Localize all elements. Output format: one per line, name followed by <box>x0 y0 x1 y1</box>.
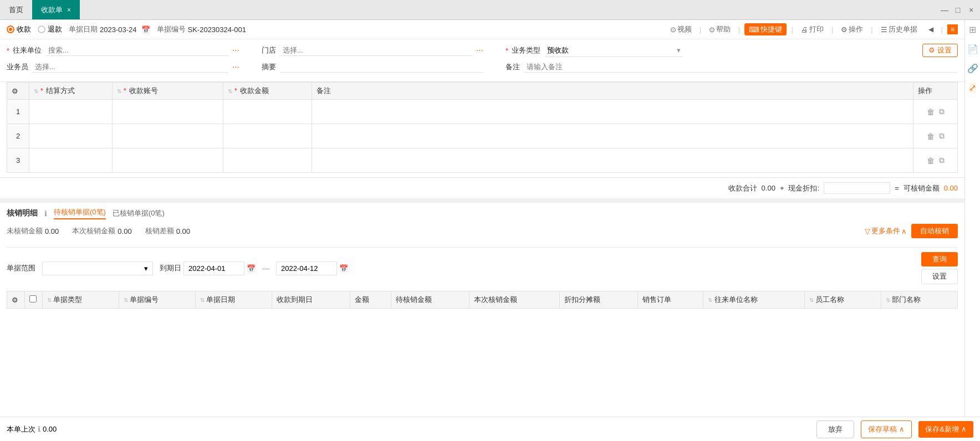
sidebar-expand-icon[interactable]: ⤢ <box>969 83 976 93</box>
tab-receipt[interactable]: 收款单 × <box>32 0 80 19</box>
operation-icon: ⚙ <box>841 25 848 34</box>
row-remark-3[interactable] <box>312 148 913 173</box>
copy-icon-2[interactable]: ⧉ <box>939 131 945 141</box>
chevron-icon: ∧ <box>901 227 907 235</box>
receipt-radio-dot <box>7 25 14 33</box>
available-label: 可核销金额 <box>904 183 940 193</box>
col-settings-icon[interactable]: ⚙ <box>7 83 29 100</box>
delete-icon-1[interactable]: 🗑 <box>927 107 935 116</box>
discount-input[interactable] <box>824 182 890 194</box>
col-staff-name: ⇅ 员工名称 <box>804 291 881 309</box>
prev-icon[interactable]: ◀ <box>925 24 937 34</box>
calendar-icon[interactable]: 📅 <box>141 25 150 34</box>
remark-input[interactable] <box>524 61 958 73</box>
col-sales-order: 销售订单 <box>637 291 703 309</box>
biz-type-value: 预收款 <box>547 45 569 55</box>
set-btn[interactable]: 设置 <box>921 269 958 284</box>
minimize-btn[interactable]: — <box>940 6 949 14</box>
table-row: 3 🗑 ⧉ <box>7 148 958 173</box>
sidebar-table-icon[interactable]: ⊞ <box>969 24 976 35</box>
doc-range-select[interactable]: ▾ <box>42 261 153 275</box>
filter-icon: ▽ <box>865 227 870 235</box>
table-row: 2 🗑 ⧉ <box>7 124 958 148</box>
draft-button[interactable]: 保存草稿 ∧ <box>861 421 912 438</box>
row-account-2[interactable] <box>113 124 223 148</box>
save-new-button[interactable]: 保存&新增 ∧ <box>918 421 973 438</box>
maximize-btn[interactable]: □ <box>953 6 962 14</box>
row-remark-2[interactable] <box>312 124 913 148</box>
video-btn[interactable]: ⊙ 视频 <box>667 23 695 35</box>
delete-icon-3[interactable]: 🗑 <box>927 156 935 165</box>
sidebar-link-icon[interactable]: 🔗 <box>967 63 978 74</box>
col-doc-num: ⇅ 单据编号 <box>119 291 196 309</box>
operation-btn[interactable]: ⚙ 操作 <box>838 23 866 35</box>
shop-more-btn[interactable]: ··· <box>476 45 483 55</box>
biz-type-select[interactable]: 预收款 ▾ <box>545 44 683 57</box>
discount-label: 现金折扣: <box>788 183 819 193</box>
row-amount-3[interactable] <box>223 148 312 173</box>
col-counterpart-name: ⇅ 往来单位名称 <box>703 291 805 309</box>
delete-icon-2[interactable]: 🗑 <box>927 132 935 141</box>
sidebar-doc-icon[interactable]: 📄 <box>967 44 978 54</box>
copy-icon-3[interactable]: ⧉ <box>939 156 945 165</box>
done-tab[interactable]: 已核销单据(0笔) <box>113 208 165 218</box>
staff-input[interactable] <box>33 61 228 73</box>
history-btn[interactable]: ☰ 历史单据 <box>877 23 921 35</box>
list-view-icon[interactable]: ≡ <box>947 24 958 34</box>
biz-type-arrow-icon: ▾ <box>677 46 681 54</box>
tab-close-icon[interactable]: × <box>67 6 71 14</box>
col-remark-label: 备注 <box>317 86 331 95</box>
row-remark-1[interactable] <box>312 100 913 124</box>
print-btn[interactable]: 🖨 打印 <box>798 23 827 35</box>
section-divider <box>0 198 964 203</box>
staff-more-btn[interactable]: ··· <box>232 62 239 72</box>
row-amount-2[interactable] <box>223 124 312 148</box>
counterpart-more-btn[interactable]: ··· <box>232 45 239 55</box>
filter-buttons: 查询 设置 <box>921 252 958 284</box>
refund-radio[interactable]: 退款 <box>38 24 62 34</box>
total-value: 0.00 <box>762 184 775 192</box>
verif-stats: 未核销金额 0.00 本次核销金额 0.00 核销差额 0.00 <box>7 226 190 236</box>
row-account-3[interactable] <box>113 148 223 173</box>
row-settle-1[interactable] <box>29 100 113 124</box>
counterpart-label: 往来单位 <box>13 45 42 55</box>
col-action-label: 操作 <box>918 86 932 95</box>
row-amount-1[interactable] <box>223 100 312 124</box>
close-btn[interactable]: × <box>967 6 976 14</box>
save-new-label: 保存&新增 <box>925 424 959 434</box>
row-settle-2[interactable] <box>29 124 113 148</box>
setting-button[interactable]: ⚙ 设置 <box>922 44 958 57</box>
query-btn[interactable]: 查询 <box>921 252 958 266</box>
receipt-radio[interactable]: 收款 <box>7 24 31 34</box>
discard-button[interactable]: 放弃 <box>816 421 854 438</box>
equals-sign: = <box>895 184 899 192</box>
calendar-to-icon[interactable]: 📅 <box>339 264 348 273</box>
tab-home[interactable]: 首页 <box>0 0 32 19</box>
diff-value: 0.00 <box>176 227 190 235</box>
row-account-1[interactable] <box>113 100 223 124</box>
summary-row: 收款合计 0.00 + 现金折扣: = 可核销金额 0.00 <box>0 177 964 198</box>
shop-input[interactable] <box>280 45 472 56</box>
carry-value: 0.00 <box>43 425 57 433</box>
more-conditions-btn[interactable]: ▽ 更多条件 ∧ <box>865 226 907 236</box>
carry-label: 本单上次 <box>7 424 35 434</box>
table-gear-icon: ⚙ <box>12 87 18 95</box>
toolbar-right: ⊙ 视频 | ⊙ 帮助 | ⌨ 快捷键 | 🖨 打印 | ⚙ 操作 <box>667 23 958 35</box>
summary-input[interactable] <box>280 61 483 73</box>
counterpart-required: * <box>7 47 9 55</box>
pending-tab[interactable]: 待核销单据(0笔) <box>54 207 106 219</box>
info-icon[interactable]: ℹ <box>44 209 47 218</box>
date-to-input[interactable] <box>276 261 337 275</box>
select-all-checkbox[interactable] <box>29 295 37 302</box>
help-btn[interactable]: ⊙ 帮助 <box>706 23 734 35</box>
auto-verify-btn[interactable]: 自动核销 <box>911 224 958 238</box>
row-settle-3[interactable] <box>29 148 113 173</box>
verification-section: 核销明细 ℹ 待核销单据(0笔) 已核销单据(0笔) 未核销金额 0.00 本次… <box>0 203 964 313</box>
staff-label: 业务员 <box>7 62 28 72</box>
shortcut-btn[interactable]: ⌨ 快捷键 <box>744 23 787 35</box>
calendar-from-icon[interactable]: 📅 <box>247 264 256 273</box>
copy-icon-1[interactable]: ⧉ <box>939 107 945 116</box>
bottom-table-gear-icon[interactable]: ⚙ <box>12 296 18 304</box>
date-from-input[interactable] <box>183 261 244 275</box>
counterpart-input[interactable] <box>46 45 228 56</box>
